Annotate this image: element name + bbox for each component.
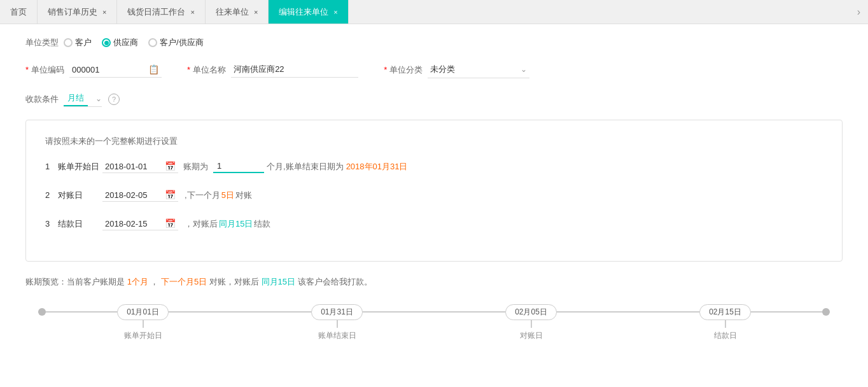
timeline-node-4: 02月15日 结款日 — [628, 304, 822, 341]
row-1-period-label: 账期为 — [183, 161, 208, 172]
row-3-suffix-main: 结款 — [254, 218, 270, 230]
row-2-date-input[interactable] — [105, 190, 162, 200]
preview-period-1: 1个月 — [127, 277, 148, 286]
timeline-sublabel-1: 账单开始日 — [124, 330, 162, 341]
row-1-date-input[interactable] — [105, 162, 162, 171]
tab-edit-partner[interactable]: 编辑往来单位 × — [269, 0, 348, 24]
radio-supplier-circle — [102, 38, 111, 47]
row-3-calendar-icon[interactable]: 📅 — [165, 218, 176, 229]
radio-customer[interactable]: 客户 — [64, 37, 92, 48]
tab-partner-unit-label: 往来单位 — [216, 6, 249, 18]
radio-group: 客户 供应商 客户/供应商 — [64, 37, 204, 48]
unit-code-input-wrapper: 📋 — [69, 62, 162, 78]
tab-bar: 首页 销售订单历史 × 钱货日清工作台 × 往来单位 × 编辑往来单位 × › — [0, 0, 868, 24]
tab-sales-history-close[interactable]: × — [102, 8, 106, 16]
section-hint: 请按照未来的一个完整帐期进行设置 — [45, 136, 823, 147]
payment-condition-value: 月结 — [64, 91, 88, 106]
radio-supplier[interactable]: 供应商 — [102, 37, 138, 48]
tab-bar-arrow[interactable]: › — [850, 6, 868, 18]
radio-customer-circle — [64, 38, 73, 47]
timeline-end-dot — [822, 308, 830, 316]
timeline-connector-2 — [337, 320, 338, 328]
preview-mid: 对账，对账后 — [209, 277, 259, 286]
tab-cash-work[interactable]: 钱货日清工作台 × — [117, 0, 205, 24]
row-3-date-input[interactable] — [105, 219, 162, 229]
timeline-node-3: 02月05日 对账日 — [434, 304, 628, 341]
row-1-period-input[interactable] — [213, 160, 264, 173]
tab-cash-work-label: 钱货日清工作台 — [127, 6, 185, 18]
unit-type-label: 单位类型 — [25, 37, 59, 48]
timeline-label-3: 02月05日 — [505, 304, 557, 320]
preview-suffix: 该客户会给我打款。 — [298, 277, 372, 286]
tab-home[interactable]: 首页 — [0, 0, 38, 24]
timeline-label-2: 01月31日 — [311, 304, 363, 320]
unit-code-group: * 单位编码 📋 — [25, 62, 162, 78]
tab-edit-partner-close[interactable]: × — [333, 8, 337, 16]
tab-sales-history-label: 销售订单历史 — [48, 6, 97, 18]
row-2-key: 对账日 — [58, 190, 102, 201]
row-2-suffix-pre-text: ,下一个月 — [185, 190, 220, 201]
preview-period-2: 下一个月5日 — [161, 277, 207, 286]
tab-edit-partner-label: 编辑往来单位 — [279, 6, 328, 18]
setting-row-3: 3 结款日 📅 ，对账后 同月15日 结款 — [45, 217, 823, 230]
unit-category-value: 未分类 — [430, 64, 517, 75]
preview-sep1: ， — [150, 277, 158, 286]
row-1-date-wrapper: 📅 — [102, 160, 178, 173]
row-1-num: 1 — [45, 162, 58, 171]
timeline-end — [822, 304, 830, 335]
timeline-sublabel-2: 账单结束日 — [318, 330, 356, 341]
unit-code-label: 单位编码 — [31, 64, 64, 76]
payment-condition-help-icon[interactable]: ? — [108, 94, 120, 105]
tab-cash-work-close[interactable]: × — [190, 8, 194, 16]
setting-row-2: 2 对账日 📅 ,下一个月5日 对账 — [45, 188, 823, 202]
unit-type-row: 单位类型 客户 供应商 客户/供应商 — [25, 37, 843, 48]
unit-code-copy-icon[interactable]: 📋 — [146, 64, 162, 74]
preview-text: 账期预览：当前客户账期是 1个月 ， 下一个月5日 对账，对账后 同月15日 该… — [25, 274, 843, 289]
radio-both-label: 客户/供应商 — [160, 37, 204, 48]
payment-condition-arrow-icon[interactable]: ⌄ — [95, 94, 102, 103]
settings-section: 请按照未来的一个完整帐期进行设置 1 账单开始日 📅 账期为 个月,账单结束日期… — [25, 120, 843, 262]
row-1-period-end: 2018年01月31日 — [346, 161, 408, 172]
tab-sales-history[interactable]: 销售订单历史 × — [38, 0, 117, 24]
unit-category-group: * 单位分类 未分类 ⌄ — [384, 61, 529, 78]
row-2-calendar-icon[interactable]: 📅 — [165, 190, 176, 200]
row-2-highlight: 5日 — [221, 190, 234, 201]
timeline-label-1: 01月01日 — [117, 304, 169, 320]
radio-customer-label: 客户 — [75, 37, 92, 48]
timeline-start-dot — [38, 308, 46, 316]
unit-name-input[interactable] — [231, 62, 358, 78]
tab-home-label: 首页 — [10, 6, 27, 18]
row-2-suffix-main: 对账 — [235, 190, 252, 201]
timeline-nodes: 01月01日 账单开始日 01月31日 账单结束日 02月05日 对账日 02月… — [38, 304, 830, 341]
radio-both[interactable]: 客户/供应商 — [148, 37, 204, 48]
unit-name-star: * — [187, 65, 190, 74]
timeline-start — [38, 304, 46, 335]
row-1-calendar-icon[interactable]: 📅 — [165, 161, 176, 171]
content-area: 单位类型 客户 供应商 客户/供应商 * 单位编码 — [0, 24, 868, 387]
unit-category-arrow-icon: ⌄ — [521, 65, 527, 74]
timeline-node-1: 01月01日 账单开始日 — [46, 304, 240, 341]
unit-info-row: * 单位编码 📋 * 单位名称 * 单位分类 未分类 ⌄ — [25, 61, 843, 78]
row-3-key: 结款日 — [58, 218, 102, 230]
tab-partner-unit-close[interactable]: × — [254, 8, 258, 16]
row-3-suffix-pre: ，对账后 — [185, 218, 218, 230]
row-3-date-wrapper: 📅 — [102, 217, 178, 230]
unit-code-star: * — [25, 65, 29, 74]
payment-condition-label: 收款条件 — [25, 94, 59, 105]
timeline-label-4: 02月15日 — [699, 304, 751, 320]
timeline-sublabel-3: 对账日 — [520, 330, 543, 341]
timeline-sublabel-4: 结款日 — [714, 330, 737, 341]
payment-condition-row: 收款条件 月结 ⌄ ? — [25, 91, 843, 107]
row-3-highlight: 同月15日 — [219, 218, 253, 230]
radio-supplier-label: 供应商 — [113, 37, 138, 48]
unit-code-input[interactable] — [69, 62, 146, 77]
row-1-period-unit: 个月,账单结束日期为 — [267, 161, 344, 172]
timeline-node-2: 01月31日 账单结束日 — [240, 304, 434, 341]
unit-category-select[interactable]: 未分类 ⌄ — [428, 61, 529, 78]
tab-partner-unit[interactable]: 往来单位 × — [206, 0, 269, 24]
unit-name-label: 单位名称 — [193, 64, 226, 76]
row-3-num: 3 — [45, 219, 58, 229]
payment-condition-select-wrapper: 月结 ⌄ — [64, 91, 102, 107]
unit-category-star: * — [384, 65, 387, 74]
timeline-wrapper: 01月01日 账单开始日 01月31日 账单结束日 02月05日 对账日 02月… — [25, 304, 843, 341]
